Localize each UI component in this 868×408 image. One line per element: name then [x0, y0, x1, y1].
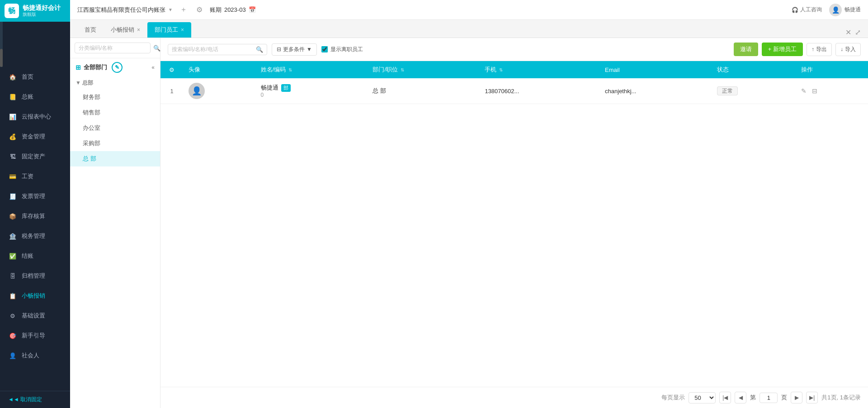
sidebar-item-social[interactable]: 👤 社会人	[0, 346, 70, 365]
ledger-icon: 📒	[8, 92, 17, 101]
calendar-icon: 📅	[249, 6, 256, 13]
salary-icon: 💳	[8, 172, 17, 181]
sidebar-item-tax[interactable]: 🏦 税务管理	[0, 226, 70, 246]
phone-sort-icon: ⇅	[499, 67, 503, 72]
dept-item-purchase[interactable]: 采购部	[70, 136, 160, 151]
sidebar-item-home[interactable]: 🏠 首页	[0, 67, 70, 87]
tab-home[interactable]: 首页	[77, 22, 104, 38]
sidebar-item-funds[interactable]: 💰 资金管理	[0, 127, 70, 147]
dept-item-general[interactable]: 总 部	[70, 151, 160, 166]
page-input[interactable]	[760, 393, 778, 403]
department-panel: 🔍 ⊞ 全部部门 ✎ « ▼ 总部 财务部 销售部 办公室 采购部 总 部	[70, 38, 160, 408]
sidebar-item-inventory[interactable]: 📦 库存核算	[0, 206, 70, 226]
sidebar-item-close[interactable]: ✅ 结账	[0, 246, 70, 266]
main-area: 江西服宝精品有限责任公司内账张 ▼ ＋ ⚙ 账期 2023-03 📅 🎧 人工咨…	[70, 0, 868, 408]
edit-dept-button[interactable]: ✎	[112, 62, 123, 73]
sidebar-item-reports[interactable]: 📊 云报表中心	[0, 107, 70, 127]
tab-expense[interactable]: 小畅报销 ×	[104, 22, 147, 38]
dept-search-bar: 🔍	[70, 38, 160, 58]
unpin-button[interactable]: ◄◄ 取消固定	[0, 391, 70, 408]
dept-search-icon[interactable]: 🔍	[153, 45, 160, 52]
first-page-button[interactable]: |◀	[719, 392, 731, 403]
edit-employee-button[interactable]: ✎	[801, 87, 807, 95]
inventory-icon: 📦	[8, 212, 17, 221]
col-avatar: 头像	[183, 61, 255, 78]
sidebar-item-invoice[interactable]: 🧾 发票管理	[0, 186, 70, 206]
topbar-settings-button[interactable]: ⚙	[194, 5, 204, 14]
sidebar-item-assets[interactable]: 🏗 固定资产	[0, 147, 70, 166]
add-company-button[interactable]: ＋	[178, 5, 189, 14]
assets-icon: 🏗	[8, 152, 17, 161]
sidebar-item-archive[interactable]: 🗄 归档管理	[0, 266, 70, 286]
employee-avatar: 👤	[189, 83, 205, 99]
content-area: 🔍 ⊞ 全部部门 ✎ « ▼ 总部 财务部 销售部 办公室 采购部 总 部	[70, 38, 868, 408]
collapse-panel-button[interactable]: «	[151, 64, 155, 71]
per-page-select[interactable]: 50 100	[689, 392, 716, 403]
archive-icon: 🗄	[8, 271, 17, 280]
delete-employee-button[interactable]: ⊟	[812, 87, 817, 95]
all-departments-header[interactable]: ⊞ 全部部门 ✎ «	[70, 58, 160, 76]
dept-item-office[interactable]: 办公室	[70, 120, 160, 136]
table-row: 1 👤 畅捷通 部 0 总 部	[160, 78, 868, 104]
user-menu[interactable]: 👤 畅捷通	[829, 4, 861, 16]
row-status: 正常	[712, 78, 796, 104]
sidebar: 畅 畅捷通好会计 旗舰版 🏠 首页 📒 总账 📊 云报表中心 💰 资金管理 🏗 …	[0, 0, 70, 408]
tab-bar: 首页 小畅报销 × 部门员工 × ✕ ⤢	[70, 20, 868, 38]
prev-page-button[interactable]: ◀	[735, 392, 746, 403]
employee-search-bar: 🔍	[168, 44, 267, 55]
row-email: chanjethkj...	[599, 78, 712, 104]
invoice-icon: 🧾	[8, 192, 17, 201]
row-index: 1	[160, 78, 183, 104]
filter-icon: ⊟	[277, 46, 281, 52]
topbar: 江西服宝精品有限责任公司内账张 ▼ ＋ ⚙ 账期 2023-03 📅 🎧 人工咨…	[70, 0, 868, 20]
company-selector[interactable]: 江西服宝精品有限责任公司内账张 ▼	[77, 6, 173, 14]
tab-department[interactable]: 部门员工 ×	[147, 22, 191, 38]
col-settings[interactable]: ⚙	[160, 61, 183, 78]
avatar: 👤	[829, 4, 842, 16]
more-filter-button[interactable]: ⊟ 更多条件 ▼	[272, 43, 317, 56]
employee-table-wrap: ⚙ 头像 姓名/编码 ⇅ 部门/职位 ⇅ 手机	[160, 61, 868, 387]
fullscreen-icon[interactable]: ⤢	[855, 28, 861, 37]
add-employee-button[interactable]: + 新增员工	[762, 43, 803, 56]
sidebar-item-ledger[interactable]: 📒 总账	[0, 87, 70, 107]
invite-button[interactable]: 邀请	[734, 43, 758, 56]
sidebar-item-salary[interactable]: 💳 工资	[0, 166, 70, 186]
logo-text: 畅捷通好会计 旗舰版	[23, 4, 61, 18]
dept-search-input[interactable]	[75, 43, 151, 53]
import-button[interactable]: ↓ 导入	[835, 43, 861, 56]
sidebar-nav: 🏠 首页 📒 总账 📊 云报表中心 💰 资金管理 🏗 固定资产 💳 工资 🧾 发…	[0, 67, 70, 391]
export-button[interactable]: ↑ 导出	[807, 43, 832, 56]
social-icon: 👤	[8, 351, 17, 360]
row-avatar: 👤	[183, 78, 255, 104]
tab-department-close[interactable]: ×	[181, 27, 184, 33]
tab-expense-close[interactable]: ×	[137, 27, 140, 33]
guide-icon: 🎯	[8, 331, 17, 340]
close-window-icon[interactable]: ✕	[845, 28, 851, 37]
employee-table: ⚙ 头像 姓名/编码 ⇅ 部门/职位 ⇅ 手机	[160, 61, 868, 104]
col-name[interactable]: 姓名/编码 ⇅	[255, 61, 368, 78]
col-phone[interactable]: 手机 ⇅	[479, 61, 599, 78]
employee-search-icon[interactable]: 🔍	[256, 46, 263, 53]
dept-item-sales[interactable]: 销售部	[70, 105, 160, 120]
customer-service-button[interactable]: 🎧 人工咨询	[792, 6, 822, 14]
show-resigned-checkbox[interactable]: 显示离职员工	[321, 46, 363, 53]
row-name[interactable]: 畅捷通 部 0	[255, 78, 368, 104]
dept-item-finance[interactable]: 财务部	[70, 90, 160, 105]
col-dept[interactable]: 部门/职位 ⇅	[367, 61, 479, 78]
period-selector[interactable]: 账期 2023-03 📅	[210, 6, 256, 14]
sidebar-scroll-indicator	[0, 22, 3, 67]
home-icon: 🏠	[8, 72, 17, 81]
employee-search-input[interactable]	[172, 46, 253, 52]
employee-badge: 部	[281, 84, 291, 92]
sidebar-item-settings[interactable]: ⚙ 基础设置	[0, 306, 70, 326]
last-page-button[interactable]: ▶|	[806, 392, 818, 403]
sidebar-logo[interactable]: 畅 畅捷通好会计 旗舰版	[0, 0, 70, 22]
employee-panel: 🔍 ⊟ 更多条件 ▼ 显示离职员工 邀请 + 新增员工 ↑ 导出	[160, 38, 868, 408]
sidebar-item-expense[interactable]: 📋 小畅报销	[0, 286, 70, 306]
sidebar-item-guide[interactable]: 🎯 新手引导	[0, 326, 70, 346]
col-status: 状态	[712, 61, 796, 78]
next-page-button[interactable]: ▶	[791, 392, 802, 403]
employee-toolbar: 🔍 ⊟ 更多条件 ▼ 显示离职员工 邀请 + 新增员工 ↑ 导出	[160, 38, 868, 61]
logo-icon: 畅	[5, 4, 19, 18]
show-resigned-input[interactable]	[321, 46, 328, 52]
